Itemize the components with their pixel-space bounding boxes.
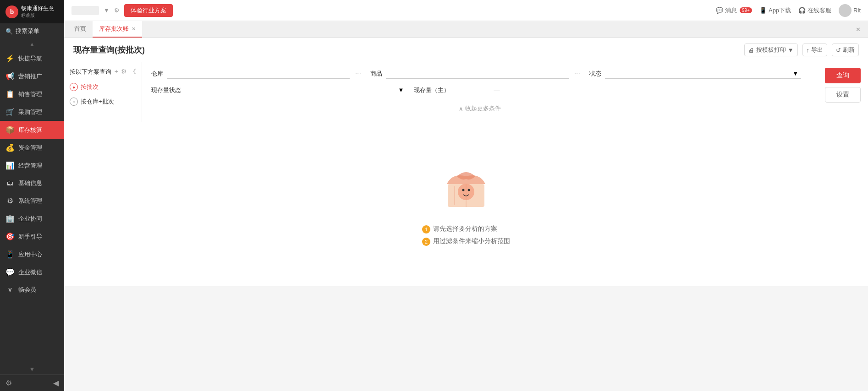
sidebar-search[interactable]: 🔍 搜索菜单 [0, 23, 64, 39]
tab-close-panel-icon[interactable]: ✕ [852, 22, 864, 37]
sidebar-bottom: ⚙ ◀ [0, 375, 64, 391]
filter-status-col: 状态 ▼ [589, 69, 808, 79]
warehouse-input[interactable] [167, 69, 350, 79]
sidebar-logo: b 畅康通好生意 标准版 [0, 0, 64, 23]
system-icon: ⚙ [5, 196, 15, 205]
scheme-collapse-icon[interactable]: 《 [130, 68, 136, 76]
sidebar-item-purchase[interactable]: 🛒 采购管理 [0, 103, 64, 121]
user-profile[interactable]: Rit [839, 4, 861, 17]
enterprise-icon: 🏢 [5, 214, 15, 223]
basics-icon: 🗂 [5, 179, 15, 187]
industry-solution-button[interactable]: 体验行业方案 [124, 4, 173, 17]
filter-section: 按以下方案查询 + ⚙ 《 ● 按批次 ○ 按仓库+批次 [64, 62, 868, 122]
messages-button[interactable]: 💬 消息 99+ [716, 6, 752, 15]
inventory-status-arrow-icon: ▼ [398, 87, 404, 93]
guide-icon: 🎯 [5, 232, 15, 241]
print-icon: 🖨 [748, 47, 754, 54]
app-center-icon: 📱 [5, 250, 15, 259]
sidebar-item-operations[interactable]: 📊 经营管理 [0, 157, 64, 174]
sidebar-scroll-up[interactable]: ▲ [0, 39, 64, 49]
sidebar-settings-button[interactable]: ⚙ [5, 379, 12, 387]
print-button[interactable]: 🖨 按模板打印 ▼ [744, 43, 798, 56]
sidebar-toggle-button[interactable]: ◀ [53, 379, 59, 387]
quantity-max-input[interactable] [503, 85, 540, 95]
collapse-more-button[interactable]: ∧ 收起更多条件 [151, 102, 808, 115]
tip-1-number: 1 [422, 225, 430, 234]
quantity-dash: — [494, 87, 500, 94]
marketing-icon: 📢 [5, 72, 15, 81]
filter-warehouse-col: 仓库 ··· [151, 69, 370, 79]
settings-button[interactable]: 设置 [825, 87, 861, 103]
product-input[interactable] [386, 69, 569, 79]
product-more-icon[interactable]: ··· [572, 70, 582, 78]
sidebar-item-quick-nav[interactable]: ⚡ 快捷导航 [0, 49, 64, 67]
app-download-button[interactable]: 📱 App下载 [759, 6, 791, 15]
service-icon: 🎧 [798, 7, 806, 14]
empty-tip-2: 2 用过滤条件来缩小分析范围 [422, 237, 510, 246]
sidebar-item-wechat[interactable]: 💬 企业微信 [0, 263, 64, 281]
empty-illustration [439, 159, 494, 214]
sidebar-item-app-center[interactable]: 📱 应用中心 [0, 245, 64, 263]
messages-icon: 💬 [716, 7, 723, 14]
tab-home[interactable]: 首页 [68, 21, 93, 38]
scheme-item-by-batch[interactable]: ● 按批次 [64, 80, 142, 94]
scheme-panel: 按以下方案查询 + ⚙ 《 ● 按批次 ○ 按仓库+批次 [64, 62, 142, 122]
sidebar-item-enterprise[interactable]: 🏢 企业协同 [0, 210, 64, 228]
status-select[interactable]: ▼ [605, 69, 801, 79]
inventory-status-select[interactable]: ▼ [185, 85, 407, 95]
scheme-panel-header: 按以下方案查询 + ⚙ 《 [64, 68, 142, 80]
search-icon: 🔍 [5, 28, 13, 35]
action-buttons: 查询 设置 [818, 62, 868, 122]
quantity-min-input[interactable] [453, 85, 490, 95]
filter-row-2: 现存量状态 ▼ 现存量（主） — [151, 85, 808, 95]
tab-inventory-batch[interactable]: 库存批次账 ✕ [93, 21, 142, 38]
query-button[interactable]: 查询 [825, 68, 861, 83]
sidebar-item-member[interactable]: V 畅会员 [0, 281, 64, 299]
status-label: 状态 [589, 70, 601, 78]
svg-point-3 [468, 189, 470, 191]
sidebar-logo-text: 畅康通好生意 标准版 [21, 5, 54, 19]
operations-icon: 📊 [5, 161, 15, 170]
sidebar: b 畅康通好生意 标准版 🔍 搜索菜单 ▲ ⚡ 快捷导航 📢 营销推广 📋 销售… [0, 0, 64, 391]
warehouse-more-icon[interactable]: ··· [353, 70, 363, 78]
tabbar: 首页 库存批次账 ✕ ✕ [64, 21, 868, 38]
sidebar-item-guide[interactable]: 🎯 新手引导 [0, 228, 64, 245]
export-icon: ↑ [807, 47, 810, 54]
scheme-settings-icon[interactable]: ⚙ [121, 68, 127, 76]
topbar-right: 💬 消息 99+ 📱 App下载 🎧 在线客服 Rit [716, 4, 861, 17]
online-service-button[interactable]: 🎧 在线客服 [798, 6, 831, 15]
sidebar-scroll-down[interactable]: ▼ [0, 364, 64, 375]
breadcrumb-dropdown-icon[interactable]: ▼ [104, 7, 110, 14]
scheme-item-by-warehouse-batch[interactable]: ○ 按仓库+批次 [64, 94, 142, 109]
tab-close-button[interactable]: ✕ [132, 26, 136, 32]
scheme-add-icon[interactable]: + [115, 68, 118, 76]
sales-icon: 📋 [5, 90, 15, 98]
sidebar-item-sales[interactable]: 📋 销售管理 [0, 85, 64, 103]
sidebar-item-marketing[interactable]: 📢 营销推广 [0, 67, 64, 85]
refresh-button[interactable]: ↺ 刷新 [832, 43, 859, 56]
topbar-logo-placeholder [71, 6, 99, 15]
sidebar-menu: ⚡ 快捷导航 📢 营销推广 📋 销售管理 🛒 采购管理 📦 库存核算 💰 资金管… [0, 49, 64, 364]
sidebar-item-basics[interactable]: 🗂 基础信息 [0, 174, 64, 192]
topbar-settings-icon[interactable]: ⚙ [114, 7, 120, 14]
warehouse-label: 仓库 [151, 70, 163, 78]
scheme-active-icon: ● [70, 83, 78, 91]
sidebar-item-system[interactable]: ⚙ 系统管理 [0, 192, 64, 210]
tip-2-text: 用过滤条件来缩小分析范围 [433, 237, 510, 245]
page-title: 现存量查询(按批次) [73, 44, 145, 55]
sidebar-item-finance[interactable]: 💰 资金管理 [0, 139, 64, 157]
tip-2-number: 2 [422, 238, 430, 246]
export-button[interactable]: ↑ 导出 [802, 43, 828, 56]
collapse-icon: ∧ [459, 105, 463, 112]
purchase-icon: 🛒 [5, 108, 15, 116]
filter-quantity-col: 现存量（主） — [414, 85, 676, 95]
svg-point-2 [462, 189, 465, 191]
product-label: 商品 [370, 70, 382, 78]
finance-icon: 💰 [5, 143, 15, 152]
page-header-actions: 🖨 按模板打印 ▼ ↑ 导出 ↺ 刷新 [744, 43, 859, 56]
messages-badge: 99+ [740, 7, 752, 13]
refresh-icon: ↺ [836, 47, 841, 54]
sidebar-item-inventory[interactable]: 📦 库存核算 [0, 121, 64, 139]
inventory-status-label: 现存量状态 [151, 86, 181, 94]
avatar [839, 4, 852, 17]
